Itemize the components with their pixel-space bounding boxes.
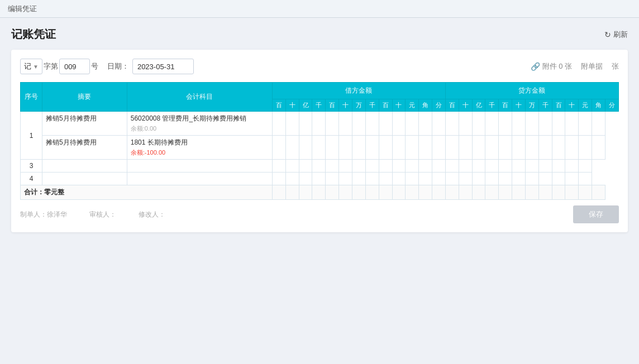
creator-label: 制单人：徐泽华 (20, 210, 67, 219)
hao-label: 号 (91, 61, 98, 71)
voucher-table: 序号 摘要 会计科目 借方金额 贷方金额 百 十 亿 千 百 十 万 (20, 82, 619, 200)
th-debit-d11: 元 (406, 99, 419, 112)
th-credit-d5: 百 (499, 99, 512, 112)
attachment-link[interactable]: 🔗 附件 0 张 (531, 61, 572, 71)
page-title: 记账凭证 (11, 27, 56, 42)
table-wrapper: 序号 摘要 会计科目 借方金额 贷方金额 百 十 亿 千 百 十 万 (20, 82, 619, 200)
date-input[interactable] (132, 59, 194, 74)
title-bar-label: 编辑凭证 (8, 4, 37, 14)
th-debit-d9: 百 (379, 99, 392, 112)
voucher-type-group: 记 ▼ 字第 号 (20, 59, 98, 74)
table-row: 1 摊销5月待摊费用 56020008 管理费用_长期待摊费用摊销 余额:0.0… (21, 112, 619, 136)
th-credit-d1: 百 (445, 99, 459, 112)
th-debit-d4: 千 (312, 99, 326, 112)
main-content: 记账凭证 ↻ 刷新 记 ▼ 字第 号 日期： (0, 18, 639, 364)
th-credit-d10: 十 (565, 99, 579, 112)
summary-1[interactable]: 摊销5月待摊费用 (42, 112, 127, 136)
th-debit-d8: 千 (365, 99, 379, 112)
th-summary: 摘要 (42, 83, 127, 112)
date-group: 日期： (107, 59, 194, 74)
refresh-icon: ↻ (604, 30, 611, 39)
total-row: 合计：零元整 (21, 185, 619, 200)
th-debit: 借方金额 (272, 83, 445, 99)
save-button[interactable]: 保存 (573, 205, 619, 223)
account-2[interactable]: 1801 长期待摊费用 余额:-100.00 (127, 136, 272, 160)
voucher-card: 记 ▼ 字第 号 日期： 🔗 附件 0 张 附单据 张 (11, 50, 628, 232)
th-debit-d1: 百 (272, 99, 285, 112)
th-credit-d3: 亿 (472, 99, 485, 112)
total-label: 合计：零元整 (21, 185, 273, 200)
summary-3[interactable] (42, 160, 127, 173)
th-debit-d2: 十 (285, 99, 299, 112)
seq-1: 1 (21, 112, 42, 160)
th-seq: 序号 (21, 83, 42, 112)
form-row: 记 ▼ 字第 号 日期： 🔗 附件 0 张 附单据 张 (20, 59, 619, 74)
th-credit-d7: 万 (525, 99, 538, 112)
attachment-sheets-num: 张 (612, 61, 619, 71)
voucher-type-value: 记 (24, 61, 31, 71)
voucher-type-select[interactable]: 记 ▼ (20, 59, 42, 74)
refresh-button[interactable]: ↻ 刷新 (604, 30, 628, 40)
chevron-down-icon: ▼ (33, 64, 39, 70)
th-credit-d9: 百 (552, 99, 565, 112)
th-credit: 贷方金额 (445, 83, 618, 99)
th-debit-d7: 万 (352, 99, 365, 112)
table-row: 4 (21, 173, 619, 185)
page-header: 记账凭证 ↻ 刷新 (11, 27, 628, 42)
th-credit-d4: 千 (485, 99, 499, 112)
date-label: 日期： (107, 61, 129, 71)
modifier-label: 修改人： (139, 210, 165, 219)
th-debit-d13: 分 (432, 99, 446, 112)
footer-info: 制单人：徐泽华 审核人： 修改人： 保存 (20, 200, 619, 223)
zi-label: 字第 (44, 61, 58, 71)
refresh-label: 刷新 (613, 30, 628, 40)
account-4[interactable] (127, 173, 272, 185)
voucher-number-input[interactable] (59, 59, 90, 74)
summary-4[interactable] (42, 173, 127, 185)
attachment-label: 附件 0 张 (542, 61, 572, 71)
attachment-area: 🔗 附件 0 张 附单据 张 (531, 61, 619, 71)
account-1[interactable]: 56020008 管理费用_长期待摊费用摊销 余额:0.00 (127, 112, 272, 136)
seq-4: 4 (21, 173, 42, 185)
th-credit-d6: 十 (512, 99, 526, 112)
th-credit-d12: 角 (592, 99, 605, 112)
th-debit-d6: 十 (339, 99, 352, 112)
title-bar: 编辑凭证 (0, 0, 639, 18)
th-account: 会计科目 (127, 83, 272, 112)
seq-3: 3 (21, 160, 42, 173)
th-debit-d12: 角 (419, 99, 432, 112)
auditor-label: 审核人： (89, 210, 116, 219)
th-credit-d13: 分 (605, 99, 619, 112)
table-row: 摊销5月待摊费用 1801 长期待摊费用 余额:-100.00 (21, 136, 619, 160)
th-debit-d5: 百 (326, 99, 339, 112)
account-3[interactable] (127, 160, 272, 173)
table-row: 3 (21, 160, 619, 173)
th-debit-d3: 亿 (299, 99, 312, 112)
th-credit-d8: 千 (538, 99, 552, 112)
th-debit-d10: 十 (392, 99, 406, 112)
summary-2[interactable]: 摊销5月待摊费用 (42, 136, 127, 160)
attachment-sheets: 附单据 (581, 61, 603, 71)
attachment-icon: 🔗 (531, 62, 540, 71)
th-credit-d11: 元 (579, 99, 592, 112)
th-credit-d2: 十 (459, 99, 472, 112)
